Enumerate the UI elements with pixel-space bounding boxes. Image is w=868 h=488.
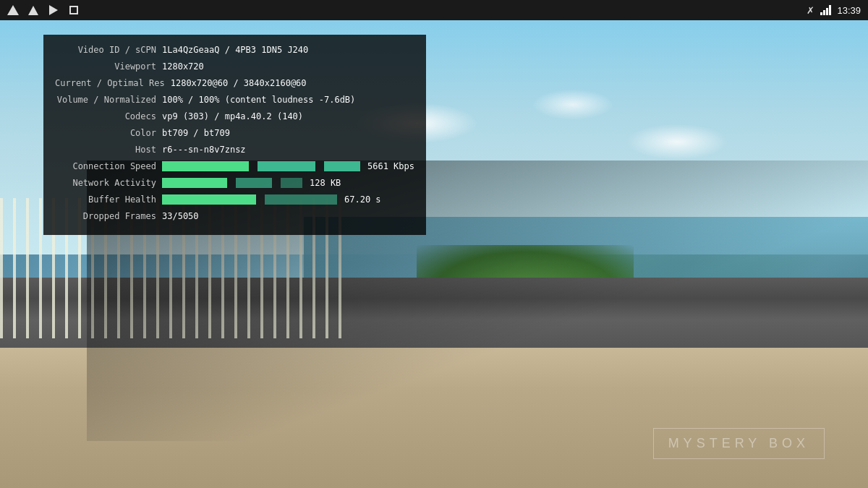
label-codecs: Codecs	[55, 110, 156, 123]
network-activity-bar: 128 KB	[162, 176, 414, 189]
label-host: Host	[55, 143, 156, 156]
stat-row-resolution: Current / Optimal Res 1280x720@60 / 3840…	[55, 77, 414, 90]
square-icon	[68, 4, 80, 16]
label-network-activity: Network Activity	[55, 176, 156, 189]
label-connection-speed: Connection Speed	[55, 160, 156, 173]
label-color: Color	[55, 127, 156, 140]
triangle-icon	[7, 4, 19, 16]
bar-green-3	[162, 194, 256, 205]
taskbar-left	[7, 4, 80, 16]
warning-icon	[27, 4, 39, 16]
stat-row-viewport: Viewport 1280x720	[55, 60, 414, 73]
stat-row-host: Host r6---sn-n8v7znsz	[55, 143, 414, 156]
taskbar: ✗ 13:39	[0, 0, 868, 20]
label-dropped-frames: Dropped Frames	[55, 210, 156, 223]
value-volume: 100% / 100% (content loudness -7.6dB)	[162, 93, 355, 106]
stat-row-videoid: Video ID / sCPN 1La4QzGeaaQ / 4PB3 1DN5 …	[55, 43, 414, 56]
mystery-box-text: MYSTERY BOX	[668, 436, 809, 450]
value-dropped-frames: 33/5050	[162, 210, 199, 223]
play-icon	[48, 4, 59, 16]
label-videoid: Video ID / sCPN	[55, 43, 156, 56]
value-color: bt709 / bt709	[162, 127, 230, 140]
connection-speed-bar: 5661 Kbps	[162, 160, 414, 173]
bar-teal-4	[281, 178, 302, 188]
stats-overlay: Video ID / sCPN 1La4QzGeaaQ / 4PB3 1DN5 …	[43, 35, 426, 235]
label-resolution: Current / Optimal Res	[55, 77, 165, 90]
stat-row-codecs: Codecs vp9 (303) / mp4a.40.2 (140)	[55, 110, 414, 123]
label-viewport: Viewport	[55, 60, 156, 73]
value-buffer-health: 67.20 s	[344, 193, 381, 206]
value-videoid: 1La4QzGeaaQ / 4PB3 1DN5 J240	[162, 43, 308, 56]
stat-row-color: Color bt709 / bt709	[55, 127, 414, 140]
stat-row-buffer-health: Buffer Health 67.20 s	[55, 193, 414, 206]
mystery-box-watermark: MYSTERY BOX	[653, 428, 825, 459]
stat-row-volume: Volume / Normalized 100% / 100% (content…	[55, 93, 414, 106]
bar-teal-3	[236, 178, 272, 188]
taskbar-right: ✗ 13:39	[807, 5, 861, 16]
clock: 13:39	[837, 5, 861, 16]
value-connection-speed: 5661 Kbps	[367, 160, 414, 173]
bar-teal-2	[324, 161, 360, 171]
wifi-icon	[820, 5, 831, 15]
label-volume: Volume / Normalized	[55, 93, 156, 106]
bar-teal-5	[265, 194, 337, 205]
value-resolution: 1280x720@60 / 3840x2160@60	[171, 77, 307, 90]
bar-green-2	[162, 178, 227, 188]
value-viewport: 1280x720	[162, 60, 204, 73]
buffer-health-bar: 67.20 s	[162, 193, 414, 206]
stat-row-connection-speed: Connection Speed 5661 Kbps	[55, 160, 414, 173]
value-host: r6---sn-n8v7znsz	[162, 143, 246, 156]
bar-green-1	[162, 161, 249, 171]
stat-row-network-activity: Network Activity 128 KB	[55, 176, 414, 189]
bluetooth-icon: ✗	[807, 5, 814, 16]
label-buffer-health: Buffer Health	[55, 193, 156, 206]
value-codecs: vp9 (303) / mp4a.40.2 (140)	[162, 110, 303, 123]
stat-row-dropped-frames: Dropped Frames 33/5050	[55, 210, 414, 223]
value-network-activity: 128 KB	[310, 176, 341, 189]
bar-teal-1	[258, 161, 315, 171]
